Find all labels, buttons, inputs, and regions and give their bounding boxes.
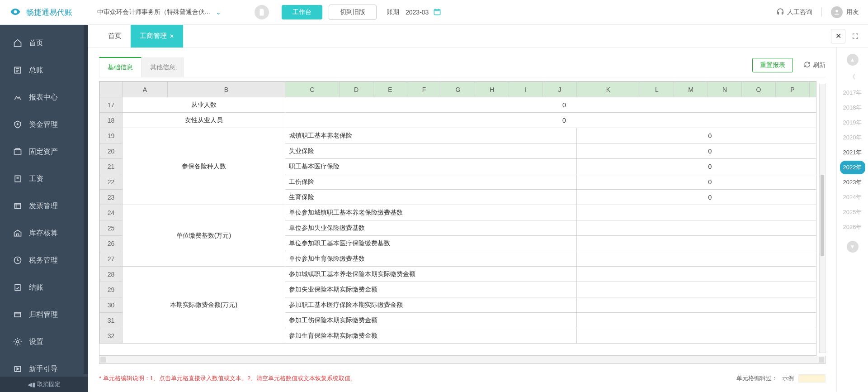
cell[interactable]: 工伤保险 — [285, 174, 577, 190]
row-header[interactable]: 18 — [100, 113, 123, 128]
row-header[interactable]: 17 — [100, 97, 123, 113]
sidebar-item[interactable]: 设置 — [0, 328, 88, 355]
row-header[interactable]: 28 — [100, 267, 123, 282]
row-header[interactable]: 29 — [100, 282, 123, 297]
sidebar-scrollbar[interactable] — [84, 25, 88, 374]
user-menu[interactable]: 用友 — [831, 6, 859, 18]
cell[interactable]: 失业保险 — [285, 143, 577, 159]
cell[interactable]: 单位参加城镇职工基本养老保险缴费基数 — [285, 205, 577, 220]
year-option[interactable]: 2021年 — [840, 146, 865, 159]
cell[interactable] — [577, 328, 817, 344]
year-option[interactable]: 2023年 — [840, 176, 865, 189]
col-header[interactable]: A — [123, 82, 168, 97]
horizontal-scrollbar[interactable] — [99, 356, 826, 364]
cell[interactable]: 单位参加职工基本医疗保险缴费基数 — [285, 236, 577, 251]
category-cell[interactable]: 女性从业人员 — [123, 113, 285, 128]
scrollbar-arrow-right[interactable] — [819, 357, 824, 363]
sidebar-item[interactable]: 新手引导 — [0, 355, 88, 377]
scrollbar-thumb[interactable] — [821, 175, 824, 256]
row-header[interactable]: 20 — [100, 143, 123, 159]
period-value[interactable]: 2023-03 — [406, 9, 429, 16]
col-header[interactable]: N — [708, 82, 742, 97]
col-header[interactable]: C — [285, 82, 340, 97]
sidebar-item[interactable]: 总账 — [0, 57, 88, 84]
subtab-other-info[interactable]: 其他信息 — [142, 57, 184, 77]
cell[interactable] — [577, 297, 817, 313]
category-cell[interactable]: 参保各险种人数 — [123, 128, 285, 205]
col-header[interactable]: I — [509, 82, 543, 97]
sidebar-item[interactable]: 资金管理 — [0, 111, 88, 138]
col-header[interactable]: H — [475, 82, 509, 97]
org-selector[interactable]: 中审众环会计师事务所（特殊普通合伙... ⌄ — [97, 8, 251, 16]
row-header[interactable]: 31 — [100, 313, 123, 328]
cell[interactable]: 0 — [577, 128, 817, 143]
cell[interactable] — [577, 205, 817, 220]
sidebar-item[interactable]: 库存核算 — [0, 220, 88, 247]
cell[interactable] — [577, 267, 817, 282]
cell[interactable]: 生育保险 — [285, 190, 577, 205]
cell[interactable] — [577, 236, 817, 251]
cell[interactable]: 参加生育保险本期实际缴费金额 — [285, 328, 577, 344]
reset-report-button[interactable]: 重置报表 — [752, 58, 793, 72]
support-link[interactable]: 人工咨询 — [776, 8, 812, 17]
calendar-icon[interactable] — [433, 8, 441, 17]
sidebar-item[interactable]: 税务管理 — [0, 247, 88, 274]
cell[interactable]: 单位参加生育保险缴费基数 — [285, 251, 577, 267]
sidebar-item[interactable]: 结账 — [0, 274, 88, 301]
col-header[interactable]: O — [742, 82, 776, 97]
row-header[interactable]: 22 — [100, 174, 123, 190]
cell[interactable]: 城镇职工基本养老保险 — [285, 128, 577, 143]
col-header[interactable]: J — [543, 82, 577, 97]
col-header[interactable]: P — [776, 82, 810, 97]
vertical-scrollbar[interactable] — [819, 84, 826, 353]
cell[interactable]: 0 — [577, 174, 817, 190]
scrollbar-arrow-left[interactable] — [100, 357, 106, 363]
row-header[interactable]: 24 — [100, 205, 123, 220]
corner-cell[interactable] — [100, 82, 123, 97]
cell[interactable]: 0 — [577, 159, 817, 174]
cell[interactable]: 0 — [285, 113, 817, 128]
cell[interactable]: 参加失业保险本期实际缴费金额 — [285, 282, 577, 297]
row-header[interactable]: 23 — [100, 190, 123, 205]
col-header[interactable]: F — [407, 82, 441, 97]
col-header[interactable]: Q — [810, 82, 817, 97]
col-header[interactable]: M — [674, 82, 708, 97]
row-header[interactable]: 21 — [100, 159, 123, 174]
sidebar-item[interactable]: 归档管理 — [0, 301, 88, 328]
subtab-basic-info[interactable]: 基础信息 — [99, 57, 142, 77]
cell[interactable] — [577, 251, 817, 267]
cell[interactable]: 0 — [285, 97, 817, 113]
spreadsheet[interactable]: ABCDEFGHIJKLMNOPQ17从业人数018女性从业人员019参保各险种… — [99, 81, 816, 356]
close-icon[interactable]: ✕ — [170, 33, 174, 39]
workbench-button[interactable]: 工作台 — [282, 5, 322, 19]
cell[interactable]: 0 — [577, 143, 817, 159]
cell[interactable]: 0 — [577, 190, 817, 205]
cell[interactable] — [577, 313, 817, 328]
chevron-left-icon[interactable]: 《 — [849, 73, 855, 81]
year-scroll-down[interactable]: ▼ — [847, 241, 859, 253]
col-header[interactable]: E — [373, 82, 407, 97]
category-cell[interactable]: 本期实际缴费金额(万元) — [123, 267, 285, 344]
col-header[interactable]: K — [577, 82, 640, 97]
cell[interactable] — [577, 220, 817, 236]
row-header[interactable]: 25 — [100, 220, 123, 236]
sidebar-item[interactable]: 固定资产 — [0, 138, 88, 165]
sidebar-item[interactable]: 首页 — [0, 29, 88, 57]
col-header[interactable]: B — [168, 82, 285, 97]
row-header[interactable]: 27 — [100, 251, 123, 267]
cell[interactable]: 参加职工基本医疗保险本期实际缴费金额 — [285, 297, 577, 313]
sidebar-item[interactable]: 发票管理 — [0, 192, 88, 220]
tab-home[interactable]: 首页 — [99, 25, 131, 48]
category-cell[interactable]: 单位缴费基数(万元) — [123, 205, 285, 267]
row-header[interactable]: 30 — [100, 297, 123, 313]
cell[interactable] — [577, 282, 817, 297]
col-header[interactable]: G — [441, 82, 475, 97]
row-header[interactable]: 19 — [100, 128, 123, 143]
col-header[interactable]: D — [340, 82, 373, 97]
col-header[interactable]: L — [640, 82, 674, 97]
refresh-button[interactable]: 刷新 — [804, 61, 826, 69]
switch-old-button[interactable]: 切到旧版 — [329, 5, 377, 20]
cell[interactable]: 职工基本医疗保险 — [285, 159, 577, 174]
sidebar-item[interactable]: 报表中心 — [0, 84, 88, 111]
cell[interactable]: 参加城镇职工基本养老保险本期实际缴费金额 — [285, 267, 577, 282]
